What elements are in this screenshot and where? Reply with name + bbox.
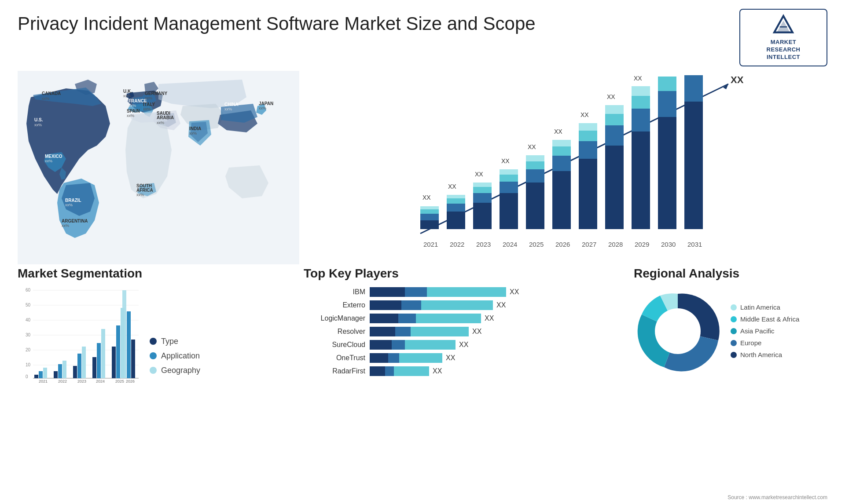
player-bar-container: XX [370,353,455,363]
svg-text:xx%: xx% [143,107,151,111]
svg-text:xx%: xx% [129,103,136,108]
donut-chart [634,287,722,375]
player-row: RadarFirst XX [304,366,621,376]
bar-seg-dark [370,340,392,350]
svg-text:xx%: xx% [123,94,131,98]
bar-seg-light [405,340,456,350]
regional-section: Regional Analysis [634,267,827,398]
bar-seg-mid [398,314,416,323]
svg-text:XX: XX [448,183,456,190]
svg-rect-59 [526,183,544,229]
player-value: XX [496,301,506,309]
trend-chart-section: XX XX XX XX [312,71,827,264]
svg-text:XX: XX [634,75,642,82]
player-row: LogicManager XX [304,314,621,323]
svg-text:xx%: xx% [127,113,134,118]
svg-rect-122 [73,366,77,378]
logo-box: MARKET RESEARCH INTELLECT [739,9,827,66]
regional-content: Latin America Middle East & Africa Asia … [634,287,827,375]
map-section: CANADA xx% U.S. xx% MEXICO xx% BRAZIL xx… [18,71,299,264]
bar-seg-mid [392,340,405,350]
svg-rect-120 [62,361,66,378]
bar-seg-light [399,353,442,363]
svg-rect-39 [420,220,439,229]
segmentation-title: Market Segmentation [18,267,290,281]
svg-rect-70 [579,141,597,159]
svg-rect-82 [632,86,650,96]
svg-rect-118 [54,371,58,378]
svg-rect-74 [605,146,624,229]
svg-text:MEXICO: MEXICO [45,154,62,159]
bar-seg-mid [401,300,421,310]
bar-seg-light [421,300,493,310]
svg-rect-135 [127,311,131,378]
svg-rect-79 [632,131,650,229]
svg-text:INDIA: INDIA [189,126,201,131]
svg-text:XX: XX [607,93,615,100]
segmentation-section: Market Segmentation 60 50 40 30 20 10 0 [18,267,290,398]
svg-rect-87 [684,102,703,229]
svg-text:2022: 2022 [58,379,67,383]
svg-text:2027: 2027 [582,241,596,248]
svg-rect-40 [420,214,439,220]
player-bar [370,300,493,310]
svg-text:2021: 2021 [423,241,438,248]
svg-rect-42 [420,206,439,209]
svg-rect-45 [447,204,465,212]
svg-rect-136 [122,290,126,378]
bar-seg-mid [388,353,399,363]
svg-rect-41 [420,209,439,214]
geography-dot [150,367,157,374]
svg-rect-44 [447,212,465,229]
legend-middle-east: Middle East & Africa [731,315,799,323]
svg-text:SPAIN: SPAIN [127,109,140,113]
regional-legend: Latin America Middle East & Africa Asia … [731,303,799,358]
svg-text:2025: 2025 [529,241,544,248]
svg-rect-80 [632,109,650,131]
player-name: IBM [304,288,365,296]
svg-rect-46 [447,198,465,204]
europe-dot [731,340,737,346]
player-row: Exterro XX [304,300,621,310]
svg-rect-124 [82,347,86,378]
svg-text:ARABIA: ARABIA [157,115,174,120]
player-value: XX [510,288,519,296]
svg-text:GERMANY: GERMANY [145,91,167,96]
legend-type: Type [150,337,200,346]
svg-rect-51 [473,187,492,193]
player-bar [370,327,469,336]
svg-text:U.S.: U.S. [34,117,43,122]
svg-text:40: 40 [26,318,31,322]
svg-text:2025: 2025 [115,379,124,383]
svg-rect-77 [605,105,624,114]
svg-text:xx%: xx% [65,203,73,207]
svg-text:2030: 2030 [661,241,676,248]
legend-geography: Geography [150,366,200,375]
svg-rect-115 [39,371,43,378]
svg-text:10: 10 [26,362,31,367]
type-dot [150,338,157,345]
bar-seg-dark [370,300,401,310]
north-america-dot [731,352,737,358]
svg-rect-123 [77,354,81,378]
svg-text:xx%: xx% [136,193,144,197]
segmentation-legend: Type Application Geography [150,337,200,384]
svg-rect-126 [92,357,96,378]
svg-rect-69 [579,159,597,229]
svg-text:2023: 2023 [77,379,86,383]
svg-text:XX: XX [580,111,589,118]
svg-rect-127 [97,343,101,378]
regional-title: Regional Analysis [634,267,827,281]
svg-text:xx%: xx% [34,123,42,127]
svg-rect-116 [43,368,47,378]
bar-seg-dark [370,314,398,323]
svg-rect-134 [131,340,135,378]
svg-text:2024: 2024 [96,379,105,383]
page-title: Privacy Incident Management Software Mar… [18,13,536,34]
bar-seg-light [416,314,481,323]
svg-text:CHINA: CHINA [224,102,239,107]
player-name: Resolver [304,328,365,336]
svg-line-36 [420,84,728,234]
application-dot [150,352,157,359]
svg-text:XX: XX [475,171,483,178]
